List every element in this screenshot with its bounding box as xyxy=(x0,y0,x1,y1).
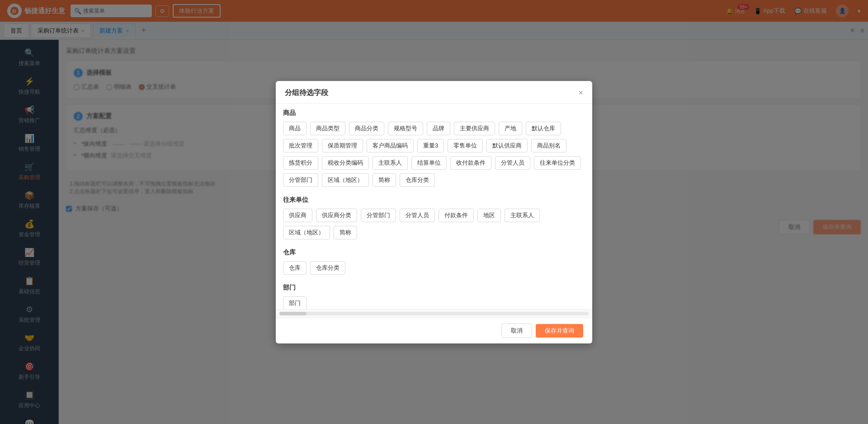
modal-body: 商品 商品 商品类型 商品分类 规格型号 品牌 主要供应商 产地 默认仓库 批次… xyxy=(276,104,592,309)
field-tags-warehouse: 仓库 仓库分类 xyxy=(283,261,585,275)
tag-pick-points[interactable]: 拣货积分 xyxy=(283,156,318,170)
field-tags-dept: 部门 xyxy=(283,296,585,309)
tag-payment-terms[interactable]: 收付款条件 xyxy=(450,156,491,170)
tag-payment-condition[interactable]: 付款条件 xyxy=(439,209,474,222)
tag-customer-code[interactable]: 客户商品编码 xyxy=(367,139,414,152)
tag-region2[interactable]: 区域（地区） xyxy=(283,226,330,239)
tag-product-category[interactable]: 商品分类 xyxy=(349,122,384,135)
tag-department[interactable]: 部门 xyxy=(283,296,307,309)
tag-settlement-unit[interactable]: 结算单位 xyxy=(411,156,447,170)
tag-weight[interactable]: 重量3 xyxy=(417,139,444,152)
tag-short-name2[interactable]: 简称 xyxy=(334,226,357,239)
tag-default-supplier[interactable]: 默认供应商 xyxy=(486,139,528,152)
tag-responsible-person[interactable]: 分管人员 xyxy=(495,156,530,170)
field-group-warehouse-title: 仓库 xyxy=(283,248,585,257)
tag-batch-mgmt[interactable]: 批次管理 xyxy=(283,139,318,152)
tag-main-contact[interactable]: 主联系人 xyxy=(373,156,408,170)
field-group-product: 商品 商品 商品类型 商品分类 规格型号 品牌 主要供应商 产地 默认仓库 批次… xyxy=(283,109,585,187)
modal-backdrop: 分组待选字段 × 商品 商品 商品类型 商品分类 规格型号 品牌 主要供应商 产… xyxy=(0,0,868,424)
modal-cancel-button[interactable]: 取消 xyxy=(501,324,532,338)
field-group-dept-title: 部门 xyxy=(283,284,585,292)
field-group-partner-title: 往来单位 xyxy=(283,196,585,204)
tag-product-type[interactable]: 商品类型 xyxy=(310,122,345,135)
tag-warehouse-category[interactable]: 仓库分类 xyxy=(400,173,435,187)
tag-supplier[interactable]: 供应商 xyxy=(283,209,312,222)
tag-tax-code[interactable]: 税收分类编码 xyxy=(322,156,369,170)
tag-region[interactable]: 区域（地区） xyxy=(322,173,369,187)
tag-retail-unit[interactable]: 零售单位 xyxy=(448,139,483,152)
modal-header: 分组待选字段 × xyxy=(276,81,592,104)
tag-origin[interactable]: 产地 xyxy=(499,122,522,135)
tag-warehouse[interactable]: 仓库 xyxy=(283,261,307,275)
field-tags-partner: 供应商 供应商分类 分管部门 分管人员 付款条件 地区 主联系人 区域（地区） … xyxy=(283,209,585,239)
tag-dept[interactable]: 分管部门 xyxy=(283,173,318,187)
tag-main-supplier[interactable]: 主要供应商 xyxy=(454,122,495,135)
tag-partner-dept[interactable]: 分管部门 xyxy=(361,209,396,222)
tag-brand[interactable]: 品牌 xyxy=(427,122,450,135)
scrollbar-thumb xyxy=(279,312,307,315)
tag-supplier-category[interactable]: 供应商分类 xyxy=(316,209,357,222)
tag-default-warehouse[interactable]: 默认仓库 xyxy=(526,122,561,135)
field-group-dept: 部门 部门 xyxy=(283,284,585,309)
field-tags-product: 商品 商品类型 商品分类 规格型号 品牌 主要供应商 产地 默认仓库 批次管理 … xyxy=(283,122,585,187)
field-group-warehouse: 仓库 仓库 仓库分类 xyxy=(283,248,585,275)
tag-product-alias[interactable]: 商品别名 xyxy=(531,139,566,152)
modal-close-button[interactable]: × xyxy=(578,88,583,98)
tag-product[interactable]: 商品 xyxy=(283,122,307,135)
modal-title: 分组待选字段 xyxy=(285,88,328,98)
modal-bottom-bar xyxy=(276,309,592,318)
tag-partner-category[interactable]: 往来单位分类 xyxy=(534,156,581,170)
modal-footer: 取消 保存并查询 xyxy=(276,318,592,343)
modal-confirm-button[interactable]: 保存并查询 xyxy=(536,324,583,338)
horizontal-scrollbar[interactable] xyxy=(279,312,589,315)
field-group-product-title: 商品 xyxy=(283,109,585,117)
tag-expiry-mgmt[interactable]: 保质期管理 xyxy=(322,139,363,152)
tag-spec-model[interactable]: 规格型号 xyxy=(388,122,423,135)
tag-main-contact2[interactable]: 主联系人 xyxy=(505,209,540,222)
tag-partner-person[interactable]: 分管人员 xyxy=(400,209,435,222)
field-group-partner: 往来单位 供应商 供应商分类 分管部门 分管人员 付款条件 地区 主联系人 区域… xyxy=(283,196,585,239)
tag-warehouse-cat[interactable]: 仓库分类 xyxy=(310,261,345,275)
tag-short-name[interactable]: 简称 xyxy=(373,173,396,187)
tag-area[interactable]: 地区 xyxy=(477,209,501,222)
modal: 分组待选字段 × 商品 商品 商品类型 商品分类 规格型号 品牌 主要供应商 产… xyxy=(276,81,592,343)
